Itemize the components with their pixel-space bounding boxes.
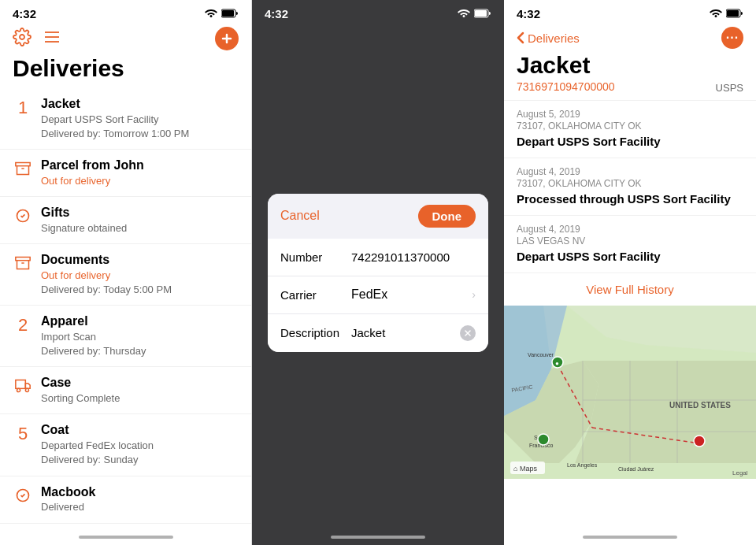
list-item[interactable]: iPad Accepted at Inward Mail Centre [0,524,251,529]
more-button[interactable]: ··· [721,27,743,49]
list-item[interactable]: Gifts Signature obtained [0,197,251,244]
home-bar-mid [252,529,504,545]
svg-rect-6 [16,163,30,166]
carrier-selector[interactable]: FedEx › [351,287,476,302]
event-description: Depart USPS Sort Facility [517,248,743,265]
map-label-la: Los Angeles [567,462,598,469]
svg-rect-19 [475,10,487,17]
item-delivery: Delivered by: Today 5:00 PM [41,283,239,297]
status-bar-mid: 4:32 [252,0,504,24]
list-item[interactable]: Case Sorting Complete [0,367,251,414]
list-item[interactable]: 5 Coat Departed FedEx location Delivered… [0,414,251,476]
map-pin-sf [538,434,549,445]
item-number: 2 [13,315,33,336]
back-arrow-icon [517,32,524,44]
gifts-icon [13,208,33,224]
view-history-button[interactable]: View Full History [504,273,756,306]
home-indicator-left [79,536,173,539]
item-status: Sorting Complete [41,391,239,406]
map-label-ciudad: Ciudad Juárez [618,466,654,472]
delivery-list[interactable]: 1 Jacket Depart USPS Sort Facility Deliv… [0,88,251,529]
check-circle-icon [15,208,31,224]
item-content: Gifts Signature obtained [41,205,239,235]
event-location: 73107, OKLAHOMA CITY OK [517,120,743,132]
number-value[interactable]: 742291011370000 [351,250,476,264]
case-icon [13,378,33,394]
add-button[interactable] [215,27,239,50]
home-indicator-mid [331,536,425,539]
list-item[interactable]: Parcel from John Out for delivery [0,150,251,197]
status-icons-left [205,9,239,18]
status-bar-left: 4:32 [0,0,251,24]
list-item[interactable]: 1 Jacket Depart USPS Sort Facility Deliv… [0,88,251,150]
item-delivery: Delivered by: Sunday [41,453,239,467]
back-button[interactable]: Deliveries [517,32,580,45]
item-delivery: Delivered by: Thursday [41,344,239,358]
map-label-vancouver: Vancouver [528,352,554,358]
wifi-icon-right [710,9,722,18]
detail-title: Jacket [517,52,743,79]
carrier-name: USPS [716,82,743,94]
home-indicator-right [583,536,677,539]
time-right: 4:32 [517,7,540,20]
item-content: Coat Departed FedEx location Delivered b… [41,422,239,467]
map-pin-vancouver-text: ● [555,360,559,367]
modal-header: Cancel Done [268,194,488,239]
list-item[interactable]: Documents Out for delivery Delivered by:… [0,244,251,306]
detail-body: August 5, 2019 73107, OKLAHOMA CITY OK D… [504,101,756,529]
item-name: Case [41,375,239,391]
event-description: Processed through USPS Sort Facility [517,191,743,207]
event-date: August 4, 2019 [517,166,743,177]
carrier-row[interactable]: Carrier FedEx › [268,276,488,314]
clear-button[interactable] [460,325,476,341]
item-name: Documents [41,252,239,269]
description-value[interactable]: Jacket [351,326,460,339]
tracking-event: August 4, 2019 73107, OKLAHOMA CITY OK P… [504,158,756,216]
wifi-icon-mid [458,9,470,18]
legal-label: Legal [732,469,748,476]
gear-svg [13,28,32,46]
item-name: Jacket [41,96,239,113]
item-content: Parcel from John Out for delivery [41,158,239,188]
package-icon [15,255,31,271]
svg-rect-23 [727,10,739,17]
event-location: LAS VEGAS NV [517,235,743,247]
done-button[interactable]: Done [418,205,476,228]
item-status: Signature obtained [41,221,239,235]
cancel-button[interactable]: Cancel [280,209,320,223]
tracking-event: August 5, 2019 73107, OKLAHOMA CITY OK D… [504,101,756,158]
item-status: Departed FedEx location [41,439,239,453]
item-name: Coat [41,422,239,439]
tracking-number[interactable]: 7316971094700000 [517,80,615,93]
clear-icon [464,329,472,337]
edit-modal-card: Cancel Done Number 742291011370000 Carri… [268,194,488,352]
list-header: Deliveries [0,24,251,88]
list-item[interactable]: 2 Apparel Import Scan Delivered by: Thur… [0,306,251,367]
item-delivery: Delivered by: Tomorrow 1:00 PM [41,127,239,141]
item-name: Macbook [41,484,239,501]
event-date: August 4, 2019 [517,224,743,235]
event-location: 73107, OKLAHOMA CITY OK [517,178,743,189]
description-row: Description Jacket [268,314,488,352]
item-status: Out for delivery [41,174,239,188]
item-content: Documents Out for delivery Delivered by:… [41,252,239,297]
item-content: Apparel Import Scan Delivered by: Thursd… [41,313,239,358]
svg-rect-11 [16,380,25,389]
detail-header: Deliveries ··· Jacket 7316971094700000 U… [504,24,756,101]
item-name: Apparel [41,313,239,330]
list-icon[interactable] [43,28,61,50]
home-bar-right [504,529,756,545]
item-status: Depart USPS Sort Facility [41,113,239,127]
svg-point-2 [20,35,24,39]
svg-marker-12 [25,384,30,389]
item-status: Import Scan [41,330,239,344]
settings-icon[interactable] [13,28,32,50]
list-item[interactable]: Macbook Delivered [0,476,251,524]
item-content: Case Sorting Complete [41,375,239,406]
plus-icon [220,32,233,45]
check-circle-icon-2 [15,488,31,503]
map-label-us: UNITED STATES [669,401,731,410]
number-label: Number [280,250,351,264]
battery-icon-mid [474,9,491,18]
parcel-icon [13,161,33,176]
